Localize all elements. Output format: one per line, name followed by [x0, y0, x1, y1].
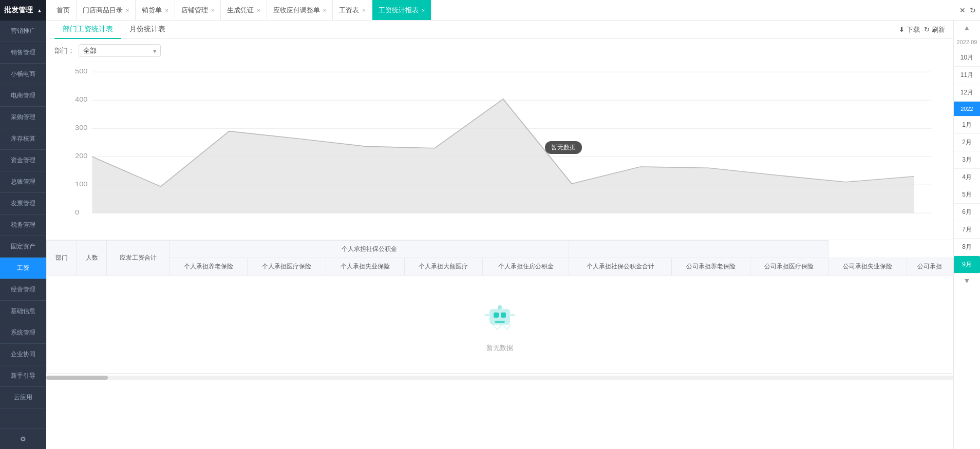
close-all-button[interactable]: ✕	[959, 6, 966, 14]
th-major-medical: 个人承担大额医疗	[404, 258, 483, 276]
svg-text:0: 0	[75, 209, 79, 216]
tab-item-4[interactable]: 生成凭证×	[221, 0, 267, 21]
sidebar-footer-settings[interactable]: ⚙	[0, 428, 46, 449]
tab-item-5[interactable]: 应收应付调整单×	[267, 0, 333, 21]
tab-item-2[interactable]: 销货单×	[136, 0, 175, 21]
tab-close-6[interactable]: ×	[362, 7, 365, 13]
tab-item-0[interactable]: 首页	[50, 0, 77, 21]
tab-item-3[interactable]: 店铺管理×	[175, 0, 221, 21]
sidebar-item-12[interactable]: 经营管理	[0, 279, 46, 301]
download-label: 下载	[907, 25, 920, 34]
sidebar-header: 批发管理 ▲	[0, 0, 46, 21]
sidebar-item-9[interactable]: 税务管理	[0, 214, 46, 236]
sidebar-item-5[interactable]: 库存核算	[0, 128, 46, 150]
date-panel-year: 2022.09	[954, 35, 980, 49]
svg-rect-15	[501, 313, 506, 318]
sub-tab-month[interactable]: 月份统计表	[121, 21, 174, 39]
sidebar-item-17[interactable]: 云应用	[0, 387, 46, 408]
date-item-0[interactable]: 10月	[954, 49, 980, 67]
dept-label: 部门：	[54, 46, 74, 55]
tab-item-7[interactable]: 工资统计报表×	[372, 0, 431, 21]
date-item-8[interactable]: 5月	[954, 186, 980, 204]
svg-marker-12	[92, 99, 914, 213]
refresh-button[interactable]: ↻ 刷新	[924, 25, 945, 34]
th-total-wage: 应发工资合计	[107, 241, 169, 276]
svg-text:300: 300	[75, 125, 87, 131]
tab-close-1[interactable]: ×	[126, 7, 129, 13]
sub-tab-dept[interactable]: 部门工资统计表	[54, 21, 121, 39]
th-dept: 部门	[47, 241, 77, 276]
th-unemployment-company: 公司承担失业保险	[828, 258, 907, 276]
sidebar-item-16[interactable]: 新手引导	[0, 365, 46, 387]
sidebar-item-6[interactable]: 资金管理	[0, 150, 46, 171]
filter-toolbar: 部门： 全部销售部技术部财务部行政部	[46, 39, 953, 60]
sidebar-item-4[interactable]: 采购管理	[0, 107, 46, 128]
tab-item-6[interactable]: 工资表×	[333, 0, 372, 21]
tab-close-7[interactable]: ×	[422, 7, 425, 13]
refresh-tabs-button[interactable]: ↻	[970, 6, 976, 14]
sidebar-item-10[interactable]: 固定资产	[0, 236, 46, 258]
dept-select[interactable]: 全部销售部技术部财务部行政部	[79, 44, 161, 57]
empty-robot-icon	[479, 296, 520, 337]
svg-marker-21	[492, 324, 510, 329]
scroll-thumb[interactable]	[46, 376, 108, 380]
tab-close-2[interactable]: ×	[165, 7, 168, 13]
main-area: 首页门店商品目录×销货单×店铺管理×生成凭证×应收应付调整单×工资表×工资统计报…	[46, 0, 980, 449]
date-item-6[interactable]: 3月	[954, 151, 980, 169]
svg-rect-19	[484, 314, 489, 316]
svg-text:500: 500	[75, 68, 87, 75]
th-medical-personal: 个人承担医疗保险	[248, 258, 326, 276]
tab-close-4[interactable]: ×	[257, 7, 260, 13]
th-housing-personal: 个人承担住房公积金	[483, 258, 569, 276]
download-button[interactable]: ⬇ 下载	[899, 25, 920, 34]
date-item-3[interactable]: 2022	[954, 102, 980, 116]
date-item-10[interactable]: 7月	[954, 221, 980, 239]
tab-bar-end: ✕ ↻	[959, 6, 976, 14]
sidebar-item-0[interactable]: 营销推广	[0, 21, 46, 42]
svg-text:100: 100	[75, 181, 87, 188]
svg-rect-20	[510, 314, 515, 316]
sidebar-item-3[interactable]: 电商管理	[0, 85, 46, 107]
sidebar-item-14[interactable]: 系统管理	[0, 322, 46, 344]
chart-area: 500 400 300 200 100 0	[46, 60, 953, 240]
svg-rect-16	[495, 321, 505, 323]
sidebar-item-11[interactable]: 工资	[0, 258, 46, 279]
svg-text:200: 200	[75, 153, 87, 160]
th-count: 人数	[77, 241, 107, 276]
sidebar-item-2[interactable]: 小畅电商	[0, 64, 46, 85]
empty-cell: 暂无数据	[47, 276, 953, 374]
tab-close-3[interactable]: ×	[211, 7, 214, 13]
toolbar-right: ⬇ 下载 ↻ 刷新	[899, 21, 945, 38]
empty-state: 暂无数据	[47, 276, 953, 373]
sidebar-item-13[interactable]: 基础信息	[0, 301, 46, 322]
horizontal-scrollbar[interactable]	[46, 376, 953, 380]
sidebar-collapse-icon[interactable]: ▲	[37, 8, 42, 13]
sidebar-item-8[interactable]: 发票管理	[0, 193, 46, 214]
th-medical-company: 公司承担医疗保险	[750, 258, 828, 276]
date-nav-down[interactable]: ▼	[962, 274, 973, 288]
date-item-5[interactable]: 2月	[954, 134, 980, 151]
date-item-11[interactable]: 8月	[954, 239, 980, 256]
date-nav-up[interactable]: ▲	[962, 21, 973, 35]
date-item-9[interactable]: 6月	[954, 204, 980, 221]
date-item-2[interactable]: 12月	[954, 84, 980, 102]
svg-rect-14	[494, 313, 499, 318]
sidebar-item-15[interactable]: 企业协同	[0, 344, 46, 365]
date-item-1[interactable]: 11月	[954, 67, 980, 84]
date-item-4[interactable]: 1月	[954, 116, 980, 134]
date-panel: ▲ 2022.09 10月11月12月20221月2月3月4月5月6月7月8月9…	[953, 21, 980, 449]
sidebar-item-1[interactable]: 销售管理	[0, 42, 46, 64]
date-item-12[interactable]: 9月	[954, 256, 980, 274]
date-item-7[interactable]: 4月	[954, 169, 980, 186]
download-icon: ⬇	[899, 26, 904, 33]
sidebar: 批发管理 ▲ 营销推广销售管理小畅电商电商管理采购管理库存核算资金管理总账管理发…	[0, 0, 46, 449]
data-table: 部门 人数 应发工资合计 个人承担社保公积金 个人承担养老保险 个人承担医疗保险…	[46, 240, 953, 374]
th-company-social	[569, 241, 828, 258]
tab-close-5[interactable]: ×	[323, 7, 326, 13]
tab-item-1[interactable]: 门店商品目录×	[77, 0, 136, 21]
page-body: 部门工资统计表 月份统计表 ⬇ 下载 ↻ 刷新 部门：	[46, 21, 953, 449]
table-section: 部门 人数 应发工资合计 个人承担社保公积金 个人承担养老保险 个人承担医疗保险…	[46, 240, 953, 374]
sidebar-item-7[interactable]: 总账管理	[0, 171, 46, 193]
sidebar-title: 批发管理	[4, 6, 33, 15]
th-personal-social: 个人承担社保公积金	[169, 241, 569, 258]
